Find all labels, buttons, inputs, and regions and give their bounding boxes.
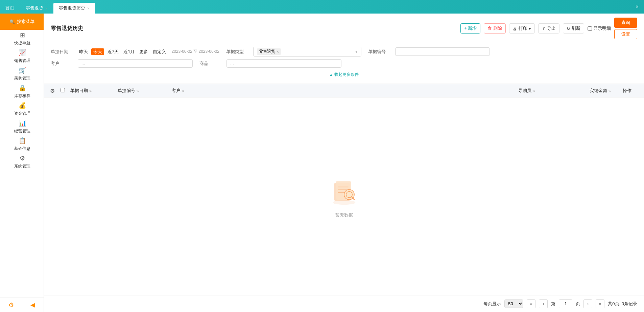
th-action-label: 操作 bbox=[623, 88, 631, 94]
page-label: 第 bbox=[551, 301, 555, 307]
th-amount-label: 实销金额 bbox=[590, 88, 607, 94]
content-area: 零售退货历史 + 新增 🗑 删除 🖨 打印 ▾ ⇪ 导出 ↻ bbox=[44, 14, 644, 312]
page-number-input[interactable] bbox=[559, 299, 572, 308]
purchase-mgmt-icon: 🛒 bbox=[19, 67, 26, 74]
table-body: 暂无数据 bbox=[44, 97, 644, 295]
tab-home[interactable]: 首页 bbox=[0, 3, 20, 14]
sidebar-item-sales-mgmt[interactable]: 📈 销售管理 bbox=[0, 47, 44, 65]
search-icon: 🔍 bbox=[9, 19, 15, 24]
th-voucher-no[interactable]: 单据编号 ⇅ bbox=[115, 88, 169, 94]
sidebar-item-finance[interactable]: 💰 资金管理 bbox=[0, 100, 44, 118]
inventory-icon: 🔒 bbox=[19, 84, 26, 92]
date-opt-today[interactable]: 今天 bbox=[91, 48, 104, 55]
table-section: ⚙ 单据日期 ⇅ 单据编号 ⇅ 客户 ⇅ 导购员 ⇅ bbox=[44, 84, 644, 312]
collapse-label: 收起更多条件 bbox=[334, 72, 359, 77]
sidebar-item-quick-nav-label: 快捷导航 bbox=[14, 40, 30, 46]
empty-text: 暂无数据 bbox=[335, 212, 353, 218]
page-header: 零售退货历史 + 新增 🗑 删除 🖨 打印 ▾ ⇪ 导出 ↻ bbox=[44, 14, 644, 84]
page-last-button[interactable]: » bbox=[596, 299, 604, 308]
filter-area: 单据日期 昨天 今天 近7天 近1月 更多 自定义 2023-06-02 至 2… bbox=[51, 43, 637, 84]
customer-label: 客户 bbox=[51, 61, 71, 67]
per-page-label: 每页显示 bbox=[483, 301, 501, 307]
pagination-bar: 每页显示 50 20 100 « ‹ 第 页 › » 共0页, 0条记录 bbox=[44, 295, 644, 312]
sidebar-item-system-mgmt[interactable]: ⚙ 系统管理 bbox=[0, 153, 44, 171]
empty-state-icon bbox=[327, 174, 361, 208]
per-page-select[interactable]: 50 20 100 bbox=[504, 299, 523, 308]
th-customer[interactable]: 客户 ⇅ bbox=[169, 88, 516, 94]
page-first-button[interactable]: « bbox=[527, 299, 535, 308]
search-menu-button[interactable]: 🔍 搜索菜单 bbox=[0, 14, 44, 30]
settings-bottom-icon[interactable]: ⚙ bbox=[8, 301, 14, 309]
export-button[interactable]: ⇪ 导出 bbox=[538, 23, 559, 34]
date-options: 昨天 今天 近7天 近1月 更多 自定义 2023-06-02 至 2023-0… bbox=[78, 48, 219, 55]
page-suffix: 页 bbox=[576, 301, 580, 307]
th-voucher-no-sort-icon: ⇅ bbox=[136, 89, 139, 93]
th-voucher-no-label: 单据编号 bbox=[118, 88, 135, 94]
collapse-sidebar-icon[interactable]: ◀ bbox=[30, 301, 35, 309]
voucher-no-label: 单据编号 bbox=[368, 49, 388, 55]
voucher-type-label: 单据类型 bbox=[226, 49, 246, 55]
date-opt-1month[interactable]: 近1月 bbox=[122, 48, 136, 55]
sidebar-item-inventory[interactable]: 🔒 库存核算 bbox=[0, 83, 44, 100]
top-bar: 首页 零售退货 × 零售退货历史 × × bbox=[0, 0, 644, 14]
th-date[interactable]: 单据日期 ⇅ bbox=[68, 88, 115, 94]
page-prev-button[interactable]: ‹ bbox=[539, 299, 548, 308]
collapse-filter-bar[interactable]: ▲ 收起更多条件 bbox=[51, 70, 637, 80]
page-title-row: 零售退货历史 + 新增 🗑 删除 🖨 打印 ▾ ⇪ 导出 ↻ bbox=[51, 18, 637, 39]
voucher-type-tag: 零售退货 × bbox=[257, 48, 281, 55]
filter-row-customer: 客户 ... 商品 ... bbox=[51, 59, 637, 68]
date-opt-7days[interactable]: 近7天 bbox=[106, 48, 120, 55]
export-icon: ⇪ bbox=[542, 26, 546, 31]
display-detail-label: 显示明细 bbox=[593, 25, 611, 31]
finance-icon: 💰 bbox=[19, 102, 26, 109]
th-amount[interactable]: 实销金额 ⇅ bbox=[566, 88, 614, 94]
page-next-button[interactable]: › bbox=[583, 299, 592, 308]
voucher-no-input[interactable] bbox=[395, 47, 490, 56]
operations-icon: 📊 bbox=[19, 119, 26, 127]
display-detail-checkbox[interactable] bbox=[588, 26, 592, 31]
tab-retail-return-close[interactable]: × bbox=[45, 6, 47, 10]
sidebar-item-finance-label: 资金管理 bbox=[14, 111, 30, 116]
table-header: ⚙ 单据日期 ⇅ 单据编号 ⇅ 客户 ⇅ 导购员 ⇅ bbox=[44, 84, 644, 97]
customer-placeholder: ... bbox=[81, 61, 85, 66]
delete-button[interactable]: 🗑 删除 bbox=[484, 23, 506, 34]
print-label: 打印 bbox=[519, 25, 527, 31]
tab-retail-return-history[interactable]: 零售退货历史 × bbox=[53, 3, 95, 14]
voucher-type-remove-icon[interactable]: × bbox=[277, 49, 279, 54]
settings-button[interactable]: 设置 bbox=[614, 29, 637, 39]
sidebar-nav: ⊞ 快捷导航 📈 销售管理 🛒 采购管理 🔒 库存核算 💰 资金管理 📊 bbox=[0, 30, 44, 297]
query-button[interactable]: 查询 bbox=[614, 18, 637, 28]
sidebar-item-purchase-mgmt[interactable]: 🛒 采购管理 bbox=[0, 65, 44, 83]
th-customer-sort-icon: ⇅ bbox=[182, 89, 184, 93]
th-guide[interactable]: 导购员 ⇅ bbox=[516, 88, 566, 94]
customer-select[interactable]: ... bbox=[78, 59, 193, 68]
filter-row-date: 单据日期 昨天 今天 近7天 近1月 更多 自定义 2023-06-02 至 2… bbox=[51, 47, 637, 57]
sales-mgmt-icon: 📈 bbox=[19, 49, 26, 57]
date-opt-more[interactable]: 更多 bbox=[138, 48, 149, 55]
sidebar-item-basic-info[interactable]: 📋 基础信息 bbox=[0, 135, 44, 153]
print-button[interactable]: 🖨 打印 ▾ bbox=[509, 23, 535, 34]
goods-placeholder: ... bbox=[230, 61, 234, 66]
tab-retail-return[interactable]: 零售退货 × bbox=[20, 3, 53, 14]
voucher-type-dropdown-icon: ▾ bbox=[355, 49, 358, 54]
table-select-all-checkbox[interactable] bbox=[57, 88, 68, 94]
new-button[interactable]: + 新增 bbox=[460, 23, 480, 34]
tab-retail-return-history-close[interactable]: × bbox=[87, 6, 89, 10]
voucher-type-select[interactable]: 零售退货 × ▾ bbox=[253, 47, 361, 57]
goods-select[interactable]: ... bbox=[226, 59, 341, 68]
total-pages-text: 共0页, 0条记录 bbox=[608, 301, 637, 307]
th-guide-label: 导购员 bbox=[518, 88, 531, 94]
system-mgmt-icon: ⚙ bbox=[20, 155, 25, 162]
refresh-button[interactable]: ↻ 刷新 bbox=[563, 23, 584, 34]
date-opt-yesterday[interactable]: 昨天 bbox=[78, 48, 89, 55]
top-bar-right: × bbox=[636, 4, 644, 10]
page-title: 零售退货历史 bbox=[51, 25, 83, 32]
table-settings-icon[interactable]: ⚙ bbox=[47, 88, 57, 94]
sidebar-item-operations-label: 经营管理 bbox=[14, 128, 30, 134]
window-close-button[interactable]: × bbox=[636, 4, 639, 10]
tab-retail-return-label: 零售退货 bbox=[26, 5, 43, 11]
display-toggle[interactable]: 显示明细 bbox=[588, 25, 611, 31]
date-opt-custom[interactable]: 自定义 bbox=[151, 48, 167, 55]
sidebar-item-operations[interactable]: 📊 经营管理 bbox=[0, 118, 44, 135]
sidebar-item-quick-nav[interactable]: ⊞ 快捷导航 bbox=[0, 30, 44, 47]
